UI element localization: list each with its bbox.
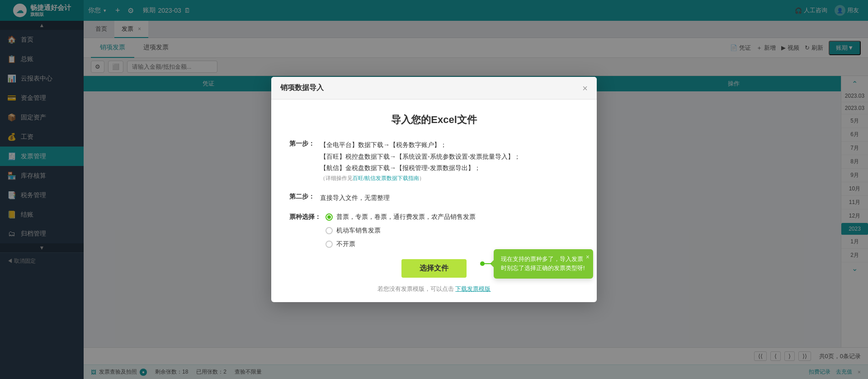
step1-row: 第一步： 【全电平台】数据下载→【税务数字账户】； 【百旺】税控盘数据下载→【系…: [289, 139, 579, 183]
ticket-section: 票种选择： 普票，专票，卷票，通行费发票，农产品销售发票 机动车销售发票 ×: [289, 213, 579, 248]
radio-label-3: 不开票: [336, 240, 355, 248]
step1-line-1: 【全电平台】数据下载→【税务数字账户】；: [320, 139, 520, 151]
download-template-link[interactable]: 下载发票模版: [455, 285, 491, 292]
ticket-label: 票种选择：: [289, 213, 321, 221]
step2-content: 直接导入文件，无需整理: [320, 192, 390, 204]
radio-option-2[interactable]: 机动车销售发票 × 现在支持的票种多了，导入发票时别忘了选择正确的发票类型呀!: [326, 227, 476, 235]
step1-line-3: 【航信】金税盘数据下载→【报税管理-发票数据导出】；: [320, 162, 520, 174]
radio-label-2: 机动车销售发票: [336, 227, 381, 235]
tooltip-bubble: × 现在支持的票种多了，导入发票时别忘了选择正确的发票类型呀!: [494, 249, 593, 279]
guide-link[interactable]: 百旺/航信发票数据下载指南: [353, 175, 419, 181]
tooltip-close-icon[interactable]: ×: [586, 252, 590, 262]
modal-footer-note: 若您没有发票模版，可以点击 下载发票模版: [289, 285, 579, 293]
radio-option-1[interactable]: 普票，专票，卷票，通行费发票，农产品销售发票: [326, 213, 476, 221]
radio-circle-2: [326, 227, 333, 234]
step1-line-2: 【百旺】税控盘数据下载→【系统设置-系统参数设置-发票批量导入】；: [320, 151, 520, 162]
step2-label: 第二步：: [289, 192, 316, 201]
step1-note: （详细操作见百旺/航信发票数据下载指南）: [320, 174, 520, 184]
radio-circle-3: [326, 241, 333, 248]
tooltip-text: 现在支持的票种多了，导入发票时别忘了选择正确的发票类型呀!: [501, 256, 585, 272]
modal-body: 导入您的Excel文件 第一步： 【全电平台】数据下载→【税务数字账户】； 【百…: [271, 99, 597, 302]
modal-overlay[interactable]: 销项数据导入 × 导入您的Excel文件 第一步： 【全电平台】数据下载→【税务…: [0, 0, 868, 379]
radio-option-3[interactable]: 不开票: [326, 240, 476, 248]
modal-header: 销项数据导入 ×: [271, 77, 597, 99]
step1-content: 【全电平台】数据下载→【税务数字账户】； 【百旺】税控盘数据下载→【系统设置-系…: [320, 139, 520, 183]
tooltip-line: [482, 263, 492, 264]
modal-title: 销项数据导入: [280, 83, 324, 93]
ticket-row: 票种选择： 普票，专票，卷票，通行费发票，农产品销售发票 机动车销售发票 ×: [289, 213, 579, 248]
select-file-button[interactable]: 选择文件: [401, 259, 467, 278]
step2-row: 第二步： 直接导入文件，无需整理: [289, 192, 579, 204]
modal-close-button[interactable]: ×: [582, 84, 588, 93]
step1-label: 第一步：: [289, 139, 316, 148]
radio-label-1: 普票，专票，卷票，通行费发票，农产品销售发票: [336, 213, 476, 221]
radio-circle-1: [326, 213, 333, 221]
radio-group: 普票，专票，卷票，通行费发票，农产品销售发票 机动车销售发票 × 现在支持的票种…: [321, 213, 476, 248]
import-modal: 销项数据导入 × 导入您的Excel文件 第一步： 【全电平台】数据下载→【税务…: [271, 77, 597, 302]
modal-main-title: 导入您的Excel文件: [289, 113, 579, 127]
